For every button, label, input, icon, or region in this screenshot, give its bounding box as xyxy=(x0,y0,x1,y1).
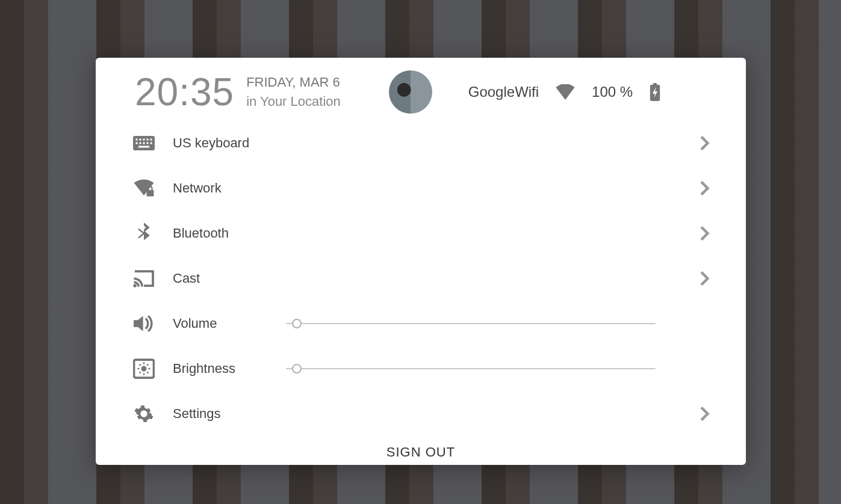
settings-rows: US keyboard Network Bluetooth xyxy=(96,120,746,436)
system-tray-panel: 20:35 FRIDAY, MAR 6 in Your Location Goo… xyxy=(96,58,746,465)
status-area: GoogleWifi 100 % xyxy=(468,83,660,101)
row-keyboard[interactable]: US keyboard xyxy=(132,120,710,165)
svg-line-20 xyxy=(140,364,141,365)
svg-rect-9 xyxy=(147,142,149,144)
date-text: FRIDAY, MAR 6 xyxy=(246,75,341,90)
svg-rect-12 xyxy=(147,190,154,197)
svg-rect-11 xyxy=(138,146,149,147)
brightness-slider[interactable] xyxy=(286,360,656,378)
volume-icon xyxy=(132,315,156,333)
slider-track xyxy=(286,368,656,369)
sign-out-button[interactable]: SIGN OUT xyxy=(96,436,746,475)
chevron-right-icon xyxy=(700,407,710,421)
row-network-label: Network xyxy=(173,180,269,196)
svg-rect-4 xyxy=(147,138,149,140)
row-volume: Volume xyxy=(132,301,710,346)
battery-percent-text: 100 % xyxy=(592,84,633,100)
svg-line-21 xyxy=(147,372,148,373)
wifi-name-text: GoogleWifi xyxy=(468,84,539,100)
row-settings[interactable]: Settings xyxy=(132,391,710,436)
row-brightness-label: Brightness xyxy=(173,361,269,376)
slider-thumb[interactable] xyxy=(292,364,302,373)
svg-rect-3 xyxy=(143,138,145,140)
svg-rect-5 xyxy=(151,138,152,140)
bluetooth-icon xyxy=(132,223,156,244)
slider-track xyxy=(286,323,656,324)
chevron-right-icon xyxy=(700,271,710,286)
panel-header: 20:35 FRIDAY, MAR 6 in Your Location Goo… xyxy=(96,58,746,120)
svg-rect-7 xyxy=(140,142,141,144)
svg-rect-2 xyxy=(140,138,141,140)
keyboard-icon xyxy=(132,136,156,150)
gear-icon xyxy=(132,404,156,424)
svg-line-22 xyxy=(147,364,148,365)
date-and-location: FRIDAY, MAR 6 in Your Location xyxy=(246,75,341,109)
slider-thumb[interactable] xyxy=(292,319,302,328)
location-text: in Your Location xyxy=(246,94,341,109)
user-avatar[interactable] xyxy=(389,70,432,114)
svg-rect-1 xyxy=(136,138,138,140)
row-cast[interactable]: Cast xyxy=(132,256,710,301)
svg-rect-6 xyxy=(136,142,138,144)
volume-slider[interactable] xyxy=(286,315,656,333)
svg-point-15 xyxy=(141,366,147,371)
chevron-right-icon xyxy=(700,226,710,241)
svg-rect-10 xyxy=(151,142,152,144)
row-volume-label: Volume xyxy=(173,316,269,331)
row-bluetooth[interactable]: Bluetooth xyxy=(132,211,710,256)
chevron-right-icon xyxy=(700,181,710,195)
chevron-right-icon xyxy=(700,136,710,150)
svg-line-23 xyxy=(140,372,141,373)
row-bluetooth-label: Bluetooth xyxy=(173,226,269,241)
row-cast-label: Cast xyxy=(173,271,269,286)
row-settings-label: Settings xyxy=(173,406,269,422)
svg-rect-8 xyxy=(143,142,145,144)
clock-time: 20:35 xyxy=(135,70,234,114)
wifi-lock-icon xyxy=(132,179,156,197)
battery-charging-icon xyxy=(650,83,660,101)
svg-point-13 xyxy=(133,284,136,287)
wifi-icon xyxy=(556,84,575,100)
brightness-icon xyxy=(132,358,156,379)
cast-icon xyxy=(132,269,156,287)
row-network[interactable]: Network xyxy=(132,165,710,211)
row-brightness: Brightness xyxy=(132,346,710,391)
row-keyboard-label: US keyboard xyxy=(173,135,269,151)
